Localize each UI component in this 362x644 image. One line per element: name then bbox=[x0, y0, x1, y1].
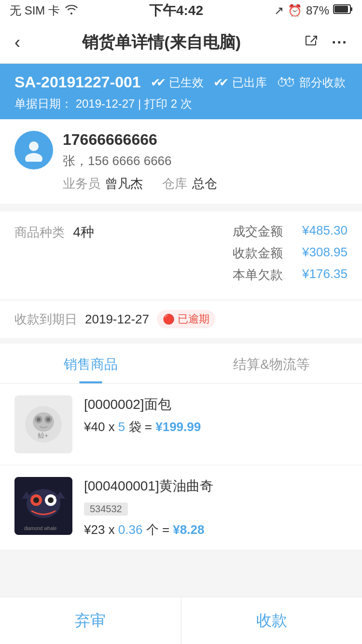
salesperson-label: 业务员 bbox=[63, 175, 100, 192]
location-icon: ↗ bbox=[274, 4, 284, 17]
share-icon[interactable] bbox=[303, 32, 320, 53]
svg-point-10 bbox=[46, 418, 50, 421]
financial-stats: 成交金额 ¥485.30 收款金额 ¥308.95 本单欠款 ¥176.35 bbox=[233, 223, 348, 288]
divider-1 bbox=[0, 204, 362, 211]
status-bar-right: ↗ ⏰ 87% bbox=[274, 4, 352, 17]
status-bar-left: 无 SIM 卡 bbox=[10, 3, 78, 18]
price-qty-2: 0.36 bbox=[118, 522, 143, 537]
list-item: 鲸+ [0000002]面包 ¥40 x 5 袋 = ¥199.99 bbox=[0, 384, 362, 465]
print-info: | 打印 2 次 bbox=[138, 97, 192, 110]
amount-label: 成交金额 bbox=[233, 223, 283, 240]
more-icon[interactable]: ··· bbox=[332, 33, 348, 51]
amount-row: 成交金额 ¥485.30 bbox=[233, 223, 348, 240]
product-info-1: [0000002]面包 ¥40 x 5 袋 = ¥199.99 bbox=[84, 395, 348, 453]
status-bar-time: 下午4:42 bbox=[149, 1, 203, 20]
tabs-section: 销售商品 结算&物流等 bbox=[0, 344, 362, 384]
overdue-badge: 🔴 已逾期 bbox=[157, 310, 215, 328]
product-thumbnail-2: diamond whale bbox=[14, 477, 72, 535]
svg-text:鲸+: 鲸+ bbox=[38, 432, 48, 439]
price-x-2: x bbox=[109, 522, 118, 537]
customer-info: 17666666666 张，156 6666 6666 业务员 曾凡杰 仓库 总… bbox=[63, 131, 348, 192]
due-label: 收款到期日 bbox=[14, 311, 77, 328]
product-type-label: 商品种类 bbox=[14, 225, 65, 239]
alarm-icon: ⏰ bbox=[288, 4, 302, 17]
tab-sales-products[interactable]: 销售商品 bbox=[0, 344, 181, 383]
product-info-2: [000400001]黄油曲奇 534532 ¥23 x 0.36 个 = ¥8… bbox=[84, 477, 348, 538]
received-row: 收款金额 ¥308.95 bbox=[233, 245, 348, 262]
due-date: 2019-12-27 bbox=[85, 312, 149, 327]
badge-shipped: ✔ ✔ 已出库 bbox=[213, 75, 267, 90]
list-item: diamond whale [000400001]黄油曲奇 534532 ¥23… bbox=[0, 465, 362, 550]
product-price-2: ¥23 x 0.36 个 = ¥8.28 bbox=[84, 521, 348, 538]
product-list: 鲸+ [0000002]面包 ¥40 x 5 袋 = ¥199.99 bbox=[0, 384, 362, 550]
svg-point-17 bbox=[48, 497, 54, 503]
product-name-2: [000400001]黄油曲奇 bbox=[84, 477, 348, 495]
reject-button[interactable]: 弃审 bbox=[0, 597, 181, 644]
arrears-value: ¥176.35 bbox=[302, 266, 348, 283]
product-type-info: 商品种类 4种 bbox=[14, 223, 94, 241]
arrears-label: 本单欠款 bbox=[233, 266, 283, 283]
price-unit-1: 袋 bbox=[129, 420, 141, 434]
price-unit-2: 个 bbox=[146, 522, 159, 537]
order-id: SA-20191227-001 bbox=[14, 73, 141, 91]
warehouse-label: 仓库 bbox=[162, 175, 187, 192]
order-date: 2019-12-27 bbox=[76, 97, 135, 110]
battery-text: 87% bbox=[306, 4, 329, 17]
order-date-line: 单据日期： 2019-12-27 | 打印 2 次 bbox=[14, 96, 348, 112]
svg-rect-1 bbox=[350, 7, 352, 11]
svg-point-9 bbox=[37, 418, 41, 421]
badge-partial-payment: ⏱ ⏱ 部分收款 bbox=[277, 75, 346, 90]
product-thumbnail-1: 鲸+ bbox=[14, 395, 72, 453]
svg-point-4 bbox=[25, 153, 42, 162]
warehouse-item: 仓库 总仓 bbox=[162, 175, 217, 192]
date-label: 单据日期： bbox=[14, 97, 72, 110]
avatar bbox=[14, 131, 53, 169]
tabs: 销售商品 结算&物流等 bbox=[0, 344, 362, 383]
product-type-value: 4种 bbox=[73, 224, 94, 239]
stats-section: 商品种类 4种 成交金额 ¥485.30 收款金额 ¥308.95 本单欠款 ¥… bbox=[0, 211, 362, 300]
arrears-row: 本单欠款 ¥176.35 bbox=[233, 266, 348, 283]
due-section: 收款到期日 2019-12-27 🔴 已逾期 bbox=[0, 300, 362, 338]
product-tag-2: 534532 bbox=[84, 503, 128, 516]
price-total-2: ¥8.28 bbox=[173, 522, 204, 537]
overdue-text: 已逾期 bbox=[178, 312, 209, 326]
warehouse-value: 总仓 bbox=[192, 175, 217, 192]
back-button[interactable]: ‹ bbox=[14, 32, 20, 53]
price-base-2: ¥23 bbox=[84, 522, 105, 537]
product-name-1: [0000002]面包 bbox=[84, 395, 348, 414]
divider-2 bbox=[0, 338, 362, 344]
amount-value: ¥485.30 bbox=[302, 223, 348, 240]
price-base-1: ¥40 bbox=[84, 420, 105, 434]
received-label: 收款金额 bbox=[233, 245, 283, 262]
price-qty-1: 5 bbox=[118, 420, 125, 434]
customer-id: 17666666666 bbox=[63, 131, 348, 149]
svg-point-3 bbox=[29, 141, 39, 151]
header-banner: SA-20191227-001 ✔ ✔ 已生效 ✔ ✔ 已出库 ⏱ ⏱ 部分收款… bbox=[0, 64, 362, 119]
status-bar: 无 SIM 卡 下午4:42 ↗ ⏰ 87% bbox=[0, 0, 362, 21]
salesperson-value: 曾凡杰 bbox=[105, 175, 143, 192]
product-price-1: ¥40 x 5 袋 = ¥199.99 bbox=[84, 419, 348, 435]
nav-bar: ‹ 销货单详情(来自电脑) ··· bbox=[0, 21, 362, 64]
bottom-bar: 弃审 收款 bbox=[0, 597, 362, 644]
price-eq-1: = bbox=[145, 420, 155, 434]
price-eq-2: = bbox=[162, 522, 173, 537]
carrier-text: 无 SIM 卡 bbox=[10, 3, 60, 18]
battery-icon bbox=[333, 4, 352, 17]
tab-settlement[interactable]: 结算&物流等 bbox=[181, 344, 362, 383]
customer-name-phone: 张，156 6666 6666 bbox=[63, 153, 348, 169]
warning-icon: 🔴 bbox=[163, 313, 175, 325]
svg-point-16 bbox=[33, 497, 39, 503]
svg-text:diamond whale: diamond whale bbox=[24, 526, 57, 531]
salesperson-item: 业务员 曾凡杰 bbox=[63, 175, 143, 192]
svg-rect-2 bbox=[334, 6, 348, 13]
page-title: 销货单详情(来自电脑) bbox=[82, 31, 241, 54]
received-value: ¥308.95 bbox=[302, 245, 348, 262]
badge-effective: ✔ ✔ 已生效 bbox=[151, 75, 204, 90]
price-total-1: ¥199.99 bbox=[155, 420, 201, 434]
price-x-1: x bbox=[109, 420, 118, 434]
customer-section: 17666666666 张，156 6666 6666 业务员 曾凡杰 仓库 总… bbox=[0, 119, 362, 204]
wifi-icon bbox=[65, 4, 78, 17]
nav-actions: ··· bbox=[303, 32, 348, 53]
pay-button[interactable]: 收款 bbox=[181, 597, 362, 644]
customer-meta: 业务员 曾凡杰 仓库 总仓 bbox=[63, 175, 348, 192]
